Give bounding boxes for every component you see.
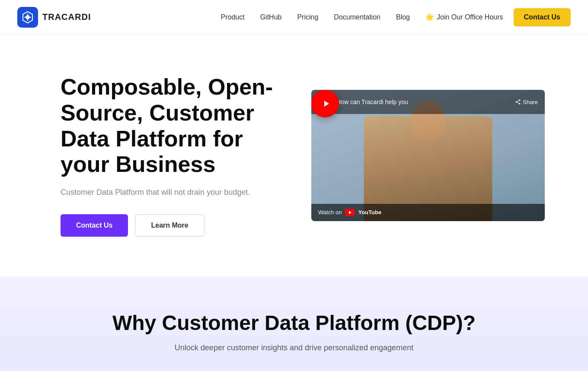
nav-link-pricing[interactable]: Pricing <box>297 13 318 21</box>
youtube-icon <box>345 209 355 216</box>
nav-item-github[interactable]: GitHub <box>260 13 282 21</box>
youtube-logo: YouTube <box>345 209 381 216</box>
logo-icon <box>17 7 38 28</box>
nav-link-github[interactable]: GitHub <box>260 13 282 21</box>
video-play-button[interactable] <box>311 90 339 117</box>
hero-content: Composable, Open-Source, Customer Data P… <box>61 74 285 237</box>
hero-buttons: Contact Us Learn More <box>61 214 285 237</box>
logo-svg <box>21 11 34 24</box>
watch-on-youtube[interactable]: Watch on YouTube <box>318 209 381 216</box>
video-share-button[interactable]: Share <box>515 99 538 105</box>
nav-item-office-hours[interactable]: 🌟 Join Our Office Hours <box>425 13 503 21</box>
hero-video: How can Tracardi help you Share Watch on <box>311 90 545 221</box>
nav-logo[interactable]: TRACARDI <box>17 7 91 28</box>
watch-label: Watch on <box>318 209 342 216</box>
why-cdp-subtitle: Unlock deeper customer insights and driv… <box>17 343 571 352</box>
nav-link-documentation[interactable]: Documentation <box>334 13 380 21</box>
navbar: TRACARDI Product GitHub Pricing Document… <box>0 0 588 35</box>
office-hours-label: Join Our Office Hours <box>437 13 503 21</box>
office-hours-emoji: 🌟 <box>425 13 434 21</box>
why-cdp-section: Why Customer Data Platform (CDP)? Unlock… <box>0 276 588 371</box>
hero-learn-more-button[interactable]: Learn More <box>135 214 204 237</box>
share-label: Share <box>523 99 538 105</box>
brand-name: TRACARDI <box>42 12 91 22</box>
nav-link-product[interactable]: Product <box>221 13 245 21</box>
play-icon <box>321 98 331 109</box>
nav-item-pricing[interactable]: Pricing <box>297 13 318 21</box>
nav-item-documentation[interactable]: Documentation <box>334 13 380 21</box>
hero-title: Composable, Open-Source, Customer Data P… <box>61 74 285 178</box>
share-icon <box>515 99 521 105</box>
nav-link-blog[interactable]: Blog <box>396 13 410 21</box>
nav-item-product[interactable]: Product <box>221 13 245 21</box>
nav-item-blog[interactable]: Blog <box>396 13 410 21</box>
hero-contact-us-button[interactable]: Contact Us <box>61 214 128 237</box>
hero-subtitle: Customer Data Platform that will not dra… <box>61 188 285 197</box>
svg-point-0 <box>26 15 30 19</box>
nav-links: Product GitHub Pricing Documentation Blo… <box>221 13 503 21</box>
video-top-bar: How can Tracardi help you Share <box>311 90 545 114</box>
video-bottom-bar: Watch on YouTube <box>311 204 545 221</box>
video-title: How can Tracardi help you <box>336 98 511 105</box>
nav-contact-us-button[interactable]: Contact Us <box>514 8 571 26</box>
youtube-label: YouTube <box>358 209 381 216</box>
why-cdp-title: Why Customer Data Platform (CDP)? <box>17 311 571 335</box>
video-wrapper: How can Tracardi help you Share Watch on <box>311 90 545 221</box>
hero-section: Composable, Open-Source, Customer Data P… <box>0 35 588 276</box>
